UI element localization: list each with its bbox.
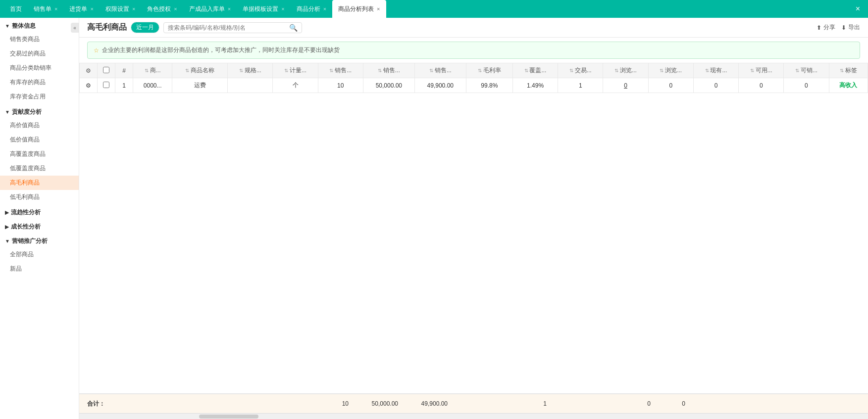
th-trade[interactable]: 交易... bbox=[558, 63, 603, 78]
search-icon[interactable]: 🔍 bbox=[289, 24, 298, 32]
th-browse2[interactable]: 浏览... bbox=[648, 63, 693, 78]
total-label: 合计： bbox=[87, 400, 105, 408]
expand-arrow-contribution: ▼ bbox=[5, 109, 10, 115]
th-stock-cur[interactable]: 现有... bbox=[693, 63, 738, 78]
th-gross-rate[interactable]: 毛利率 bbox=[466, 63, 512, 78]
close-goods-analysis-list-tab[interactable]: × bbox=[377, 6, 380, 12]
nav-permission[interactable]: 权限设置 × bbox=[100, 0, 141, 18]
sidebar-item-low-value[interactable]: 低价值商品 bbox=[0, 133, 79, 147]
close-permission-tab[interactable]: × bbox=[132, 6, 135, 12]
close-goods-analysis-tab[interactable]: × bbox=[323, 6, 326, 12]
row-trade: 1 bbox=[558, 78, 603, 93]
close-sales-tab[interactable]: × bbox=[54, 6, 57, 12]
scrollbar-thumb[interactable] bbox=[199, 415, 258, 419]
main-layout: « ▼ 整体信息 销售类商品 交易过的商品 商品分类助销率 有库存的商品 库存资… bbox=[0, 18, 868, 419]
th-stock-avail[interactable]: 可用... bbox=[739, 63, 784, 78]
top-navigation: 首页 销售单 × 进货单 × 权限设置 × 角色授权 × 产成品入库单 × 单据… bbox=[0, 0, 868, 18]
footer-sales-cost: 49,900.00 bbox=[403, 400, 453, 407]
th-num: # bbox=[115, 63, 133, 78]
sidebar-group-trend[interactable]: ▶ 流趋性分析 bbox=[0, 204, 79, 219]
nav-goods-analysis[interactable]: 商品分析 × bbox=[291, 0, 332, 18]
sidebar-group-contribution[interactable]: ▼ 贡献度分析 bbox=[0, 104, 79, 118]
close-product-inbound-tab[interactable]: × bbox=[228, 6, 231, 12]
export-button[interactable]: ⬇ 导出 bbox=[841, 23, 860, 32]
sidebar-item-high-coverage[interactable]: 高覆盖度商品 bbox=[0, 147, 79, 161]
row-sales-cost: 49,900.00 bbox=[414, 78, 466, 93]
sidebar-item-low-coverage[interactable]: 低覆盖度商品 bbox=[0, 161, 79, 176]
row-gross-rate: 99.8% bbox=[466, 78, 512, 93]
close-all-tabs[interactable]: × bbox=[852, 4, 864, 13]
select-all-checkbox[interactable] bbox=[103, 67, 109, 73]
row-tag: 高收入 bbox=[829, 78, 868, 93]
nav-home[interactable]: 首页 bbox=[4, 0, 28, 18]
share-button[interactable]: ⬆ 分享 bbox=[817, 23, 835, 32]
sidebar-item-high-value[interactable]: 高价值商品 bbox=[0, 118, 79, 133]
close-template-settings-tab[interactable]: × bbox=[281, 6, 284, 12]
row-stock-cur: 0 bbox=[693, 78, 738, 93]
sidebar-item-new-goods[interactable]: 新品 bbox=[0, 262, 79, 276]
sidebar-item-sales-goods[interactable]: 销售类商品 bbox=[0, 32, 79, 47]
footer-sales-amount: 50,000.00 bbox=[354, 400, 403, 407]
header-actions: ⬆ 分享 ⬇ 导出 bbox=[817, 23, 860, 32]
row-browse2: 0 bbox=[648, 78, 693, 93]
search-box: 🔍 bbox=[163, 22, 302, 33]
th-settings[interactable]: ⚙ bbox=[80, 63, 98, 78]
expand-arrow-trend: ▶ bbox=[5, 210, 9, 215]
nav-sales[interactable]: 销售单 × bbox=[28, 0, 63, 18]
row-coverage: 1.49% bbox=[512, 78, 558, 93]
th-checkbox[interactable] bbox=[98, 63, 115, 78]
row-checkbox[interactable] bbox=[98, 78, 115, 93]
content-area: 高毛利商品 近一月 🔍 ⬆ 分享 ⬇ 导出 ☆ 企业的主要的利润都是这部分商品创… bbox=[79, 18, 868, 419]
row-settings[interactable]: ⚙ bbox=[80, 78, 98, 93]
export-icon: ⬇ bbox=[841, 24, 846, 31]
sidebar-item-stock-capital[interactable]: 库存资金占用 bbox=[0, 90, 79, 104]
sidebar-item-high-margin[interactable]: 高毛利商品 bbox=[0, 176, 79, 190]
row-name: 运费 bbox=[172, 78, 228, 93]
close-role-tab[interactable]: × bbox=[174, 6, 177, 12]
sidebar-group-marketing[interactable]: ▼ 营销推广分析 bbox=[0, 233, 79, 247]
th-spec[interactable]: 规格... bbox=[228, 63, 273, 78]
th-tag[interactable]: 标签 bbox=[829, 63, 868, 78]
nav-template-settings[interactable]: 单据模板设置 × bbox=[237, 0, 290, 18]
row-stock-avail: 0 bbox=[739, 78, 784, 93]
th-coverage[interactable]: 覆盖... bbox=[512, 63, 558, 78]
sidebar-collapse-btn[interactable]: « bbox=[71, 23, 79, 33]
th-stock-sale[interactable]: 可销... bbox=[784, 63, 829, 78]
sidebar-group-growth[interactable]: ▶ 成长性分析 bbox=[0, 219, 79, 233]
sidebar-group-overall[interactable]: ▼ 整体信息 bbox=[0, 18, 79, 32]
bottom-scrollbar[interactable] bbox=[79, 413, 868, 419]
sidebar-item-traded-goods[interactable]: 交易过的商品 bbox=[0, 47, 79, 61]
sidebar-item-low-margin[interactable]: 低毛利商品 bbox=[0, 190, 79, 204]
th-code[interactable]: 商... bbox=[133, 63, 172, 78]
search-input[interactable] bbox=[168, 24, 289, 31]
sidebar-item-all-goods[interactable]: 全部商品 bbox=[0, 247, 79, 262]
footer-stock-cur: 0 bbox=[621, 400, 656, 407]
nav-role[interactable]: 角色授权 × bbox=[141, 0, 183, 18]
th-sales-amount[interactable]: 销售... bbox=[363, 63, 414, 78]
th-unit[interactable]: 计量... bbox=[273, 63, 318, 78]
row-stock-sale: 0 bbox=[784, 78, 829, 93]
sidebar-item-category-rate[interactable]: 商品分类助销率 bbox=[0, 61, 79, 75]
th-sales-qty[interactable]: 销售... bbox=[318, 63, 363, 78]
nav-goods-analysis-list[interactable]: 商品分析列表 × bbox=[332, 0, 386, 18]
th-browse1[interactable]: 浏览... bbox=[603, 63, 648, 78]
table-container[interactable]: ⚙ # 商... 商品名称 规格... 计量... 销售... 销售... 销售… bbox=[79, 63, 868, 393]
nav-purchase[interactable]: 进货单 × bbox=[63, 0, 99, 18]
row-browse1[interactable]: 0 bbox=[603, 78, 648, 93]
expand-arrow-overall: ▼ bbox=[5, 23, 10, 29]
row-spec bbox=[228, 78, 273, 93]
row-sales-qty: 10 bbox=[318, 78, 363, 93]
expand-arrow-growth: ▶ bbox=[5, 224, 9, 230]
th-name[interactable]: 商品名称 bbox=[172, 63, 228, 78]
close-purchase-tab[interactable]: × bbox=[90, 6, 93, 12]
content-header: 高毛利商品 近一月 🔍 ⬆ 分享 ⬇ 导出 bbox=[79, 18, 868, 38]
footer-sales-qty: 10 bbox=[314, 400, 354, 407]
expand-arrow-marketing: ▼ bbox=[5, 238, 10, 244]
goods-table: ⚙ # 商... 商品名称 规格... 计量... 销售... 销售... 销售… bbox=[79, 63, 868, 93]
sidebar-item-stocked-goods[interactable]: 有库存的商品 bbox=[0, 75, 79, 90]
row-select-checkbox[interactable] bbox=[103, 82, 109, 88]
page-title: 高毛利商品 bbox=[87, 22, 127, 33]
filter-recent-month[interactable]: 近一月 bbox=[131, 22, 159, 33]
th-sales-cost[interactable]: 销售... bbox=[414, 63, 466, 78]
nav-product-inbound[interactable]: 产成品入库单 × bbox=[183, 0, 237, 18]
